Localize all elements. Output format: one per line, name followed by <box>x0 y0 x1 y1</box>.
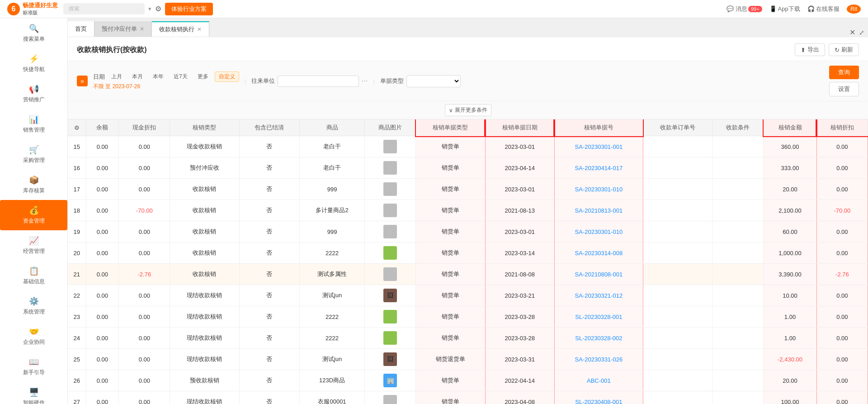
sidebar-item-label: 系统管理 <box>23 308 45 316</box>
row-receipt-order-no <box>643 242 712 264</box>
sidebar-item-system[interactable]: ⚙️ 系统管理 <box>0 291 67 321</box>
export-icon: ⬆ <box>801 47 806 53</box>
row-included-cleared: 否 <box>239 391 299 404</box>
row-verify-doc-type: 销货单 <box>416 391 485 404</box>
tab-home[interactable]: 首页 <box>68 21 94 37</box>
page-header-actions: ⬆ 导出 ↻ 刷新 <box>795 43 859 56</box>
expand-more-button[interactable]: ∨ 展开更多条件 <box>445 104 491 116</box>
sidebar-item-sales[interactable]: 📊 销售管理 <box>0 109 67 139</box>
th-verify-type: 核销类型 <box>170 119 239 136</box>
table-row: 18 0.00 -70.00 收款核销 否 多计量商品2 销货单 2021-08… <box>68 200 868 221</box>
date-pill-this-year[interactable]: 本年 <box>149 72 167 81</box>
row-balance: 0.00 <box>86 179 119 200</box>
doctype-filter: 单据类型 <box>380 75 461 87</box>
row-verify-discount: -2.76 <box>816 264 868 285</box>
row-product: 多计量商品2 <box>299 200 364 221</box>
user-avatar[interactable]: Rit <box>847 5 861 14</box>
export-button[interactable]: ⬆ 导出 <box>795 43 825 56</box>
tab-prepayment[interactable]: 预付冲应付单 ✕ <box>94 21 152 37</box>
row-included-cleared: 否 <box>239 370 299 391</box>
sidebar-item-collab[interactable]: 🤝 企业协同 <box>0 321 67 352</box>
dropdown-arrow-icon[interactable]: ▾ <box>148 5 151 12</box>
sidebar-item-search[interactable]: 🔍 搜索菜单 <box>0 18 67 48</box>
row-product: 老白干 <box>299 157 364 179</box>
tab-receipt-verify[interactable]: 收款核销执行 ✕ <box>152 21 209 37</box>
row-product: 测试jun <box>299 285 364 306</box>
date-pill-custom[interactable]: 自定义 <box>215 71 239 82</box>
sidebar-item-inventory[interactable]: 📦 库存核算 <box>0 170 67 200</box>
row-id: 17 <box>68 179 86 200</box>
row-product: 2222 <box>299 328 364 349</box>
row-verify-amount: -2,430.00 <box>764 349 817 370</box>
row-verify-doc-type: 销货单 <box>416 157 485 179</box>
row-verify-discount: 0.00 <box>816 242 868 264</box>
online-service-link[interactable]: 🎧 在线客服 <box>807 5 840 13</box>
marketing-icon: 📢 <box>29 84 39 94</box>
row-balance: 0.00 <box>86 328 119 349</box>
row-verify-doc-type: 销货单 <box>416 264 485 285</box>
row-verify-type: 预收款核销 <box>170 370 239 391</box>
row-product-image <box>365 221 416 242</box>
tab-close-icon[interactable]: ✕ <box>140 26 144 32</box>
row-cash-discount: 0.00 <box>119 328 170 349</box>
window-restore-icon[interactable]: ⤢ <box>859 29 864 36</box>
row-verify-doc-no: SA-20230414-017 <box>554 157 643 179</box>
doctype-label: 单据类型 <box>380 77 404 85</box>
counterparty-more-icon[interactable]: ··· <box>362 77 368 85</box>
sidebar-item-operations[interactable]: 📈 经营管理 <box>0 230 67 261</box>
sidebar-item-label: 销售管理 <box>23 126 45 134</box>
row-id: 22 <box>68 285 86 306</box>
row-receipt-order-no <box>643 221 712 242</box>
row-included-cleared: 否 <box>239 306 299 328</box>
sidebar-item-purchase[interactable]: 🛒 采购管理 <box>0 139 67 170</box>
row-verify-discount: 0.00 <box>816 391 868 404</box>
row-product: 老白干 <box>299 136 364 157</box>
search-menu-icon: 🔍 <box>29 24 39 33</box>
query-button[interactable]: 查询 <box>829 66 859 79</box>
settings-icon[interactable]: ⚙ <box>155 5 161 13</box>
row-product-image: 🖼 <box>365 349 416 370</box>
system-icon: ⚙️ <box>29 296 39 306</box>
row-included-cleared: 否 <box>239 200 299 221</box>
date-pill-more[interactable]: 更多 <box>194 72 212 81</box>
counterparty-input[interactable] <box>278 76 359 87</box>
row-receipt-order-no <box>643 391 712 404</box>
row-verify-amount: 20.00 <box>764 179 817 200</box>
industry-solution-button[interactable]: 体验行业方案 <box>165 3 213 15</box>
sidebar-item-guide[interactable]: 📖 新手引导 <box>0 352 67 382</box>
global-search[interactable]: 搜索 <box>63 3 145 14</box>
date-pill-7days[interactable]: 近7天 <box>170 72 191 81</box>
row-cash-discount: 0.00 <box>119 370 170 391</box>
settings-button[interactable]: 设置 <box>829 82 859 96</box>
filter-toggle-button[interactable]: » <box>77 76 88 86</box>
row-verify-doc-type: 销货单 <box>416 306 485 328</box>
row-product-image <box>365 200 416 221</box>
row-id: 27 <box>68 391 86 404</box>
th-receipt-order-no: 收款单订单号 <box>643 119 712 136</box>
tab-prepayment-label: 预付冲应付单 <box>102 25 137 33</box>
row-cash-discount: 0.00 <box>119 179 170 200</box>
date-pill-this-month[interactable]: 本月 <box>128 72 146 81</box>
app-download-link[interactable]: 📱 App下载 <box>769 5 800 13</box>
row-verify-doc-no: SA-20230301-001 <box>554 136 643 157</box>
row-receipt-terms <box>712 221 764 242</box>
sidebar-item-label: 经营管理 <box>23 247 45 255</box>
message-icon[interactable]: 💬 消息99+ <box>726 5 762 13</box>
row-cash-discount: 0.00 <box>119 349 170 370</box>
th-settings[interactable]: ⚙ <box>68 119 86 136</box>
sidebar-item-hardware[interactable]: 🖥️ 智能硬件 <box>0 382 67 404</box>
row-verify-amount: 2,100.00 <box>764 200 817 221</box>
tab-close-icon[interactable]: ✕ <box>197 26 202 33</box>
doctype-select[interactable] <box>406 75 461 87</box>
row-verify-doc-date: 2023-03-01 <box>485 179 554 200</box>
sidebar-item-quick-nav[interactable]: ⚡ 快捷导航 <box>0 48 67 79</box>
sidebar-item-marketing[interactable]: 📢 营销推广 <box>0 79 67 109</box>
window-close-icon[interactable]: ✕ <box>849 28 855 37</box>
sidebar-item-finance[interactable]: 💰 资金管理 <box>0 200 67 230</box>
row-verify-discount: 0.00 <box>816 179 868 200</box>
row-included-cleared: 否 <box>239 157 299 179</box>
sidebar-item-basic-info[interactable]: 📋 基础信息 <box>0 261 67 291</box>
refresh-button[interactable]: ↻ 刷新 <box>829 43 859 56</box>
date-pill-last-month[interactable]: 上月 <box>108 72 126 81</box>
table-row: 24 0.00 0.00 现结收款核销 否 2222 销货单 2023-03-2… <box>68 328 868 349</box>
